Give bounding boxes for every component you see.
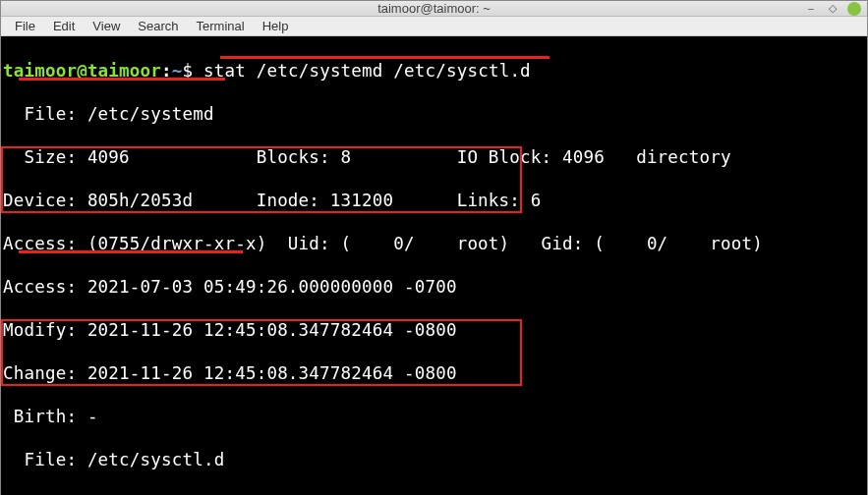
terminal-content[interactable]: taimoor@taimoor:~$ stat /etc/systemd /et… — [1, 36, 867, 495]
annotation-underline-file2 — [19, 250, 243, 253]
output-file2: File: /etc/sysctl.d — [3, 449, 865, 470]
close-button[interactable] — [847, 2, 861, 16]
window-title: taimoor@taimoor: ~ — [377, 1, 491, 16]
output-size1: Size: 4096 Blocks: 8 IO Block: 4096 dire… — [3, 146, 865, 168]
output-access1: Access: 2021-07-03 05:49:26.000000000 -0… — [3, 276, 865, 298]
window-controls: − ◇ — [804, 2, 861, 16]
output-file1: File: /etc/systemd — [3, 103, 865, 125]
annotation-underline-command — [220, 56, 550, 59]
output-birth1: Birth: - — [3, 406, 865, 427]
terminal-window: taimoor@taimoor: ~ − ◇ File Edit View Se… — [0, 0, 868, 495]
output-change1: Change: 2021-11-26 12:45:08.347782464 -0… — [3, 362, 865, 384]
maximize-button[interactable]: ◇ — [826, 2, 839, 16]
command-text: stat /etc/systemd /etc/sysctl.d — [203, 61, 531, 81]
minimize-button[interactable]: − — [804, 2, 818, 16]
menu-view[interactable]: View — [85, 17, 128, 35]
menu-edit[interactable]: Edit — [45, 17, 83, 35]
menu-terminal[interactable]: Terminal — [189, 17, 253, 35]
menubar: File Edit View Search Terminal Help — [1, 17, 867, 36]
titlebar: taimoor@taimoor: ~ − ◇ — [1, 1, 867, 17]
menu-search[interactable]: Search — [130, 17, 186, 35]
output-device1: Device: 805h/2053d Inode: 131200 Links: … — [3, 190, 865, 211]
output-modify1: Modify: 2021-11-26 12:45:08.347782464 -0… — [3, 319, 865, 341]
menu-file[interactable]: File — [7, 17, 43, 35]
annotation-underline-file1 — [19, 78, 225, 81]
menu-help[interactable]: Help — [255, 17, 297, 35]
